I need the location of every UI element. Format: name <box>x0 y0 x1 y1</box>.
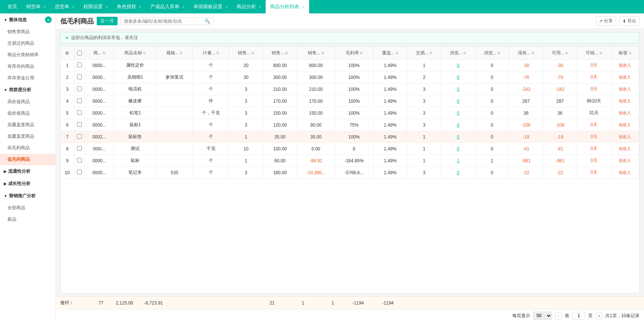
row-checkbox[interactable] <box>74 167 84 179</box>
nav-product-entry-close[interactable]: × <box>182 4 185 9</box>
th-sellable[interactable]: 可销... ⇅ <box>577 47 611 60</box>
sidebar-item-sales-products[interactable]: 销售类商品 <box>0 26 55 38</box>
sort-spec-icon[interactable]: ⇅ <box>180 51 183 55</box>
sidebar-item-traded-products[interactable]: 交易过的商品 <box>0 38 55 49</box>
th-coverage[interactable]: 覆盖... ⇅ <box>373 47 407 60</box>
row-checkbox[interactable] <box>74 143 84 155</box>
row-select-checkbox[interactable] <box>77 110 82 115</box>
sort-amount-icon[interactable]: ⇅ <box>321 51 324 55</box>
sidebar-group-cluster[interactable]: ▼ 类群度分析 <box>0 84 55 96</box>
th-sales-amount[interactable]: 销售... ⇅ <box>297 47 335 60</box>
nav-sales[interactable]: 销货单 × <box>22 0 50 13</box>
th-gross-margin[interactable]: 毛利率 ⇅ <box>335 47 373 60</box>
sort-views1-icon[interactable]: ⇅ <box>463 51 466 55</box>
sidebar-item-stocked-products[interactable]: 有库存的商品 <box>0 61 55 72</box>
sort-name-icon[interactable]: ⇅ <box>143 51 146 55</box>
row-select-checkbox[interactable] <box>77 63 82 67</box>
next-page-btn[interactable]: › <box>596 312 602 319</box>
row-views1[interactable]: 0 <box>441 60 475 71</box>
sort-tag-icon[interactable]: ⇅ <box>628 51 631 55</box>
sidebar-item-low-margin[interactable]: 低毛利商品 <box>0 154 55 165</box>
nav-product-analysis-list-close[interactable]: × <box>302 4 304 9</box>
th-views2[interactable]: 浏览... ⇅ <box>475 47 509 60</box>
row-select-checkbox[interactable] <box>77 158 82 163</box>
sort-price-icon[interactable]: ⇅ <box>285 51 288 55</box>
row-checkbox[interactable] <box>74 155 84 167</box>
nav-template[interactable]: 单据模板设置 × <box>189 0 232 13</box>
nav-purchase-close[interactable]: × <box>72 4 74 9</box>
prev-page-btn[interactable]: ‹ <box>555 312 562 319</box>
nav-home[interactable]: 首页 <box>3 0 22 13</box>
row-checkbox[interactable] <box>74 71 84 83</box>
sort-code-icon[interactable]: ⇅ <box>102 51 105 55</box>
th-code[interactable]: 商... ⇅ <box>84 47 114 60</box>
row-checkbox[interactable] <box>74 107 84 119</box>
share-btn[interactable]: ↗ 分享 <box>596 16 616 26</box>
row-select-checkbox[interactable] <box>77 98 82 103</box>
nav-purchase[interactable]: 进货单 × <box>50 0 79 13</box>
th-spec[interactable]: 规格... ⇅ <box>156 47 193 60</box>
nav-roles[interactable]: 角色授权 × <box>112 0 146 13</box>
sort-available-icon[interactable]: ⇅ <box>565 51 568 55</box>
nav-product-analysis-list[interactable]: 商品分析列表 × <box>266 0 309 13</box>
sidebar-item-low-coverage[interactable]: 低覆盖度商品 <box>0 131 55 142</box>
search-input[interactable] <box>124 19 205 24</box>
page-number-input[interactable] <box>572 312 585 319</box>
page-size-select[interactable]: 10 20 50 100 <box>533 312 552 320</box>
th-views1[interactable]: 浏览... ⇅ <box>441 47 475 60</box>
sidebar-item-new-products[interactable]: 新品 <box>0 214 55 225</box>
select-all-checkbox[interactable] <box>77 51 82 55</box>
row-select-checkbox[interactable] <box>77 86 82 91</box>
nav-sales-close[interactable]: × <box>44 4 46 9</box>
row-views1[interactable]: 0 <box>441 167 475 179</box>
collapse-overall-btn[interactable]: « <box>45 16 52 23</box>
row-select-checkbox[interactable] <box>77 74 82 79</box>
row-checkbox[interactable] <box>74 131 84 143</box>
nav-product-analysis-close[interactable]: × <box>259 4 261 9</box>
sort-transaction-icon[interactable]: ⇅ <box>429 51 432 55</box>
filter-recent-month-btn[interactable]: 近一月 <box>97 17 118 25</box>
th-available[interactable]: 可用... ⇅ <box>543 47 577 60</box>
sort-qty-icon[interactable]: ⇅ <box>251 51 254 55</box>
sort-coverage-icon[interactable]: ⇅ <box>395 51 398 55</box>
row-views1[interactable]: 0 <box>441 71 475 83</box>
nav-permissions-close[interactable]: × <box>106 4 108 9</box>
sort-stock-icon[interactable]: ⇅ <box>531 51 534 55</box>
th-current-stock[interactable]: 现有... ⇅ <box>509 47 543 60</box>
sidebar-item-high-margin[interactable]: 高毛利商品 <box>0 142 55 154</box>
sidebar-item-category-rate[interactable]: 商品分类助销率 <box>0 49 55 61</box>
nav-permissions[interactable]: 权限设置 × <box>79 0 112 13</box>
row-select-checkbox[interactable] <box>77 134 82 139</box>
row-checkbox[interactable] <box>74 83 84 95</box>
row-select-checkbox[interactable] <box>77 122 82 127</box>
nav-template-close[interactable]: × <box>225 4 228 9</box>
row-views1[interactable]: 0 <box>441 143 475 155</box>
row-views1[interactable]: 0 <box>441 107 475 119</box>
sidebar-item-stock-capital[interactable]: 库存资金占用 <box>0 72 55 84</box>
row-checkbox[interactable] <box>74 60 84 71</box>
th-transaction[interactable]: 交易... ⇅ <box>407 47 441 60</box>
settings-icon[interactable]: ⚙ <box>65 51 69 56</box>
row-checkbox[interactable] <box>74 95 84 107</box>
th-tag[interactable]: 标签 ⇅ <box>611 47 639 60</box>
row-views1[interactable]: 0 <box>441 119 475 131</box>
th-unit[interactable]: 计量... ⇅ <box>193 47 229 60</box>
sort-margin-icon[interactable]: ⇅ <box>360 51 363 55</box>
row-select-checkbox[interactable] <box>77 146 82 151</box>
row-views1[interactable]: 0 <box>441 131 475 143</box>
sort-sellable-icon[interactable]: ⇅ <box>599 51 602 55</box>
sidebar-group-growth[interactable]: ▶ 成长性分析 <box>0 178 55 190</box>
sidebar-group-marketing[interactable]: ▼ 营销推广分析 <box>0 190 55 202</box>
row-views1[interactable]: 1 <box>441 155 475 167</box>
nav-product-analysis[interactable]: 商品分析 × <box>232 0 266 13</box>
th-sales-qty[interactable]: 销售... ⇅ <box>229 47 263 60</box>
row-select-checkbox[interactable] <box>77 170 82 175</box>
sort-unit-icon[interactable]: ⇅ <box>216 51 219 55</box>
sidebar-item-high-coverage[interactable]: 高覆盖度商品 <box>0 119 55 131</box>
sidebar-item-low-value[interactable]: 低价值商品 <box>0 108 55 119</box>
sidebar-item-all-products[interactable]: 全部商品 <box>0 202 55 214</box>
search-icon[interactable]: 🔍 <box>205 19 210 24</box>
sidebar-group-flow[interactable]: ▶ 流通性分析 <box>0 165 55 178</box>
sort-views2-icon[interactable]: ⇅ <box>497 51 500 55</box>
th-settings[interactable]: ⚙ <box>61 47 74 60</box>
